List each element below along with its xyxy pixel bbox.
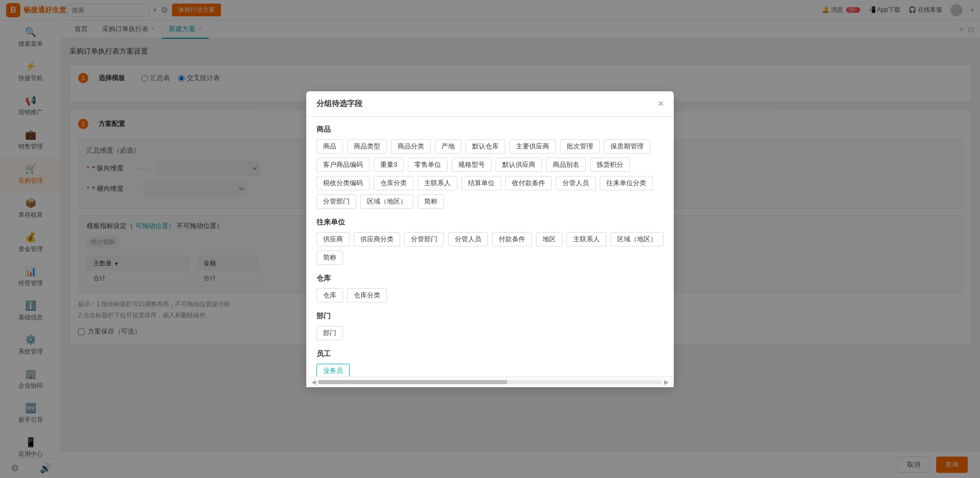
modal-overlay: 分组待选字段 × 商品 商品 商品类型 商品分类 产地 默认仓库 主要供应商 批… bbox=[0, 0, 980, 361]
modal-title: 分组待选字段 bbox=[316, 99, 362, 109]
field-tag[interactable]: 零售单位 bbox=[408, 158, 448, 172]
field-group-product-title: 商品 bbox=[316, 125, 664, 134]
field-tag[interactable]: 收付款条件 bbox=[505, 176, 552, 190]
modal-dialog: 分组待选字段 × 商品 商品 商品类型 商品分类 产地 默认仓库 主要供应商 批… bbox=[306, 91, 674, 362]
field-tag[interactable]: 简称 bbox=[418, 194, 444, 209]
field-tag[interactable]: 主联系人 bbox=[567, 232, 606, 246]
modal-header: 分组待选字段 × bbox=[306, 91, 674, 117]
field-tag[interactable]: 区域（地区） bbox=[610, 232, 664, 246]
modal-close-button[interactable]: × bbox=[658, 98, 664, 109]
field-tag[interactable]: 默认仓库 bbox=[465, 139, 505, 154]
field-tag[interactable]: 供应商 bbox=[316, 232, 350, 246]
field-group-counterpart-title: 往来单位 bbox=[316, 218, 664, 227]
field-tag[interactable]: 保质期管理 bbox=[604, 139, 650, 154]
field-group-employee-title: 员工 bbox=[316, 349, 664, 359]
field-tag[interactable]: 部门 bbox=[316, 326, 343, 340]
field-tag[interactable]: 分管人员 bbox=[448, 232, 488, 246]
field-tag[interactable]: 商品分类 bbox=[391, 139, 431, 154]
field-tags-department: 部门 bbox=[316, 326, 664, 340]
field-tag[interactable]: 结算单位 bbox=[461, 176, 501, 190]
field-group-product: 商品 商品 商品类型 商品分类 产地 默认仓库 主要供应商 批次管理 保质期管理… bbox=[316, 125, 664, 209]
field-group-warehouse: 仓库 仓库 仓库分类 bbox=[316, 274, 664, 303]
field-tag[interactable]: 仓库分类 bbox=[374, 176, 413, 190]
field-tag[interactable]: 商品类型 bbox=[347, 139, 387, 154]
field-tags-product: 商品 商品类型 商品分类 产地 默认仓库 主要供应商 批次管理 保质期管理 客户… bbox=[316, 139, 664, 209]
field-tags-warehouse: 仓库 仓库分类 bbox=[316, 288, 664, 303]
field-group-employee: 员工 业务员 bbox=[316, 349, 664, 362]
field-tag[interactable]: 分管部门 bbox=[404, 232, 444, 246]
field-tag[interactable]: 批次管理 bbox=[560, 139, 600, 154]
field-tag[interactable]: 仓库 bbox=[316, 288, 343, 303]
modal-body[interactable]: 商品 商品 商品类型 商品分类 产地 默认仓库 主要供应商 批次管理 保质期管理… bbox=[306, 117, 674, 362]
field-tag[interactable]: 规格型号 bbox=[452, 158, 492, 172]
field-tag[interactable]: 主要供应商 bbox=[509, 139, 556, 154]
field-tag[interactable]: 地区 bbox=[536, 232, 562, 246]
field-group-department: 部门 部门 bbox=[316, 312, 664, 340]
field-tag[interactable]: 分管人员 bbox=[556, 176, 596, 190]
field-tag[interactable]: 简称 bbox=[316, 250, 343, 265]
field-tag[interactable]: 重量3 bbox=[374, 158, 404, 172]
field-tag[interactable]: 税收分类编码 bbox=[316, 176, 370, 190]
field-tag[interactable]: 默认供应商 bbox=[496, 158, 542, 172]
field-group-warehouse-title: 仓库 bbox=[316, 274, 664, 283]
field-tag[interactable]: 拣货积分 bbox=[590, 158, 630, 172]
field-tag[interactable]: 产地 bbox=[435, 139, 461, 154]
field-tag[interactable]: 商品别名 bbox=[546, 158, 586, 172]
field-tag[interactable]: 区域（地区） bbox=[360, 194, 413, 209]
field-tag[interactable]: 供应商分类 bbox=[354, 232, 400, 246]
field-group-counterpart: 往来单位 供应商 供应商分类 分管部门 分管人员 付款条件 地区 主联系人 区域… bbox=[316, 218, 664, 265]
field-tag[interactable]: 商品 bbox=[316, 139, 343, 154]
field-group-department-title: 部门 bbox=[316, 312, 664, 321]
field-tag[interactable]: 主联系人 bbox=[418, 176, 457, 190]
field-tag[interactable]: 仓库分类 bbox=[347, 288, 387, 303]
field-tag[interactable]: 客户商品编码 bbox=[316, 158, 370, 172]
field-tag[interactable]: 分管部门 bbox=[316, 194, 356, 209]
field-tag[interactable]: 付款条件 bbox=[492, 232, 532, 246]
field-tag[interactable]: 往来单位分类 bbox=[600, 176, 653, 190]
field-tags-counterpart: 供应商 供应商分类 分管部门 分管人员 付款条件 地区 主联系人 区域（地区） … bbox=[316, 232, 664, 265]
